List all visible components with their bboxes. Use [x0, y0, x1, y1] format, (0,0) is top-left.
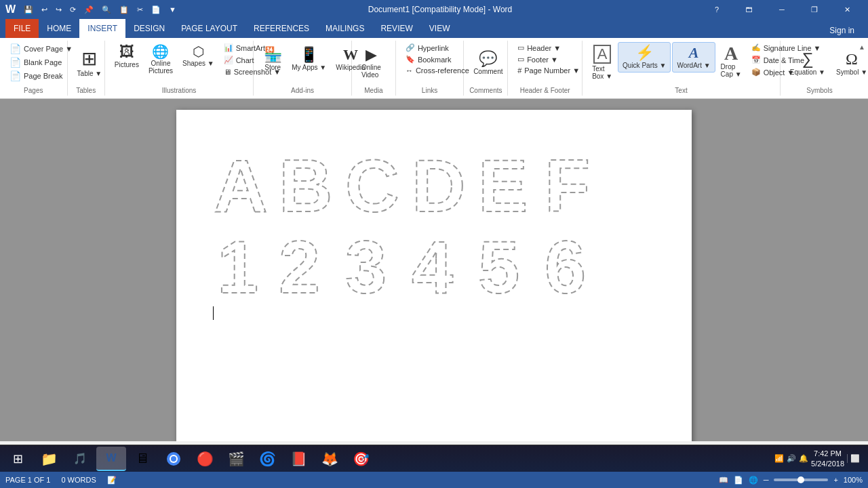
close-button[interactable]: ✕: [831, 0, 863, 19]
page-number-icon: #: [517, 66, 521, 75]
groove-btn[interactable]: 🎵: [65, 447, 95, 471]
app1-btn[interactable]: 🔴: [190, 447, 220, 471]
smartart-icon: 📊: [224, 43, 233, 52]
my-apps-btn[interactable]: 📱 My Apps ▼: [288, 45, 330, 74]
pictures-btn[interactable]: 🖼 Pictures: [111, 42, 143, 71]
zoom-in-btn[interactable]: +: [833, 476, 837, 484]
start-button[interactable]: ⊞: [3, 447, 33, 471]
tab-insert[interactable]: INSERT: [79, 19, 125, 38]
document-title: Document1 [Compatibility Mode] - Word: [179, 5, 701, 14]
drop-cap-icon: A: [724, 45, 738, 62]
qa-refresh[interactable]: ⟳: [67, 4, 79, 16]
ribbon-group-illustrations: 🖼 Pictures 🌐 OnlinePictures ⬡ Shapes ▼ 📊…: [105, 41, 254, 96]
cover-page-btn[interactable]: 📄 Cover Page ▼: [5, 42, 77, 56]
store-btn[interactable]: 🏪 Store: [259, 45, 286, 74]
table-btn[interactable]: ⊞ Table ▼: [73, 47, 106, 80]
tab-page-layout[interactable]: PAGE LAYOUT: [173, 19, 245, 38]
equation-btn[interactable]: ∑ Equation ▼: [786, 48, 829, 79]
page-break-btn[interactable]: 📄 Page Break: [5, 69, 66, 83]
ribbon-collapse[interactable]: ▲: [859, 41, 868, 96]
shapes-btn[interactable]: ⬡ Shapes ▼: [178, 42, 218, 70]
tab-file[interactable]: FILE: [5, 19, 39, 38]
show-desktop-btn[interactable]: ⬜: [847, 454, 860, 463]
zoom-out-btn[interactable]: ─: [764, 476, 769, 484]
blank-page-btn[interactable]: 📄 Blank Page: [5, 56, 66, 69]
qa-print-preview[interactable]: 🔍: [99, 4, 114, 16]
ribbon-group-addins: 🏪 Store 📱 My Apps ▼ W Wikipedia Add-ins: [254, 41, 352, 96]
textbox-icon: A: [593, 45, 612, 64]
text-cursor: [213, 306, 214, 320]
comment-btn[interactable]: 💬 Comment: [469, 49, 507, 78]
help-button[interactable]: ?: [701, 0, 732, 19]
footer-btn[interactable]: ▭ Footer ▼: [513, 54, 562, 65]
textbox-btn[interactable]: A TextBox ▼: [588, 42, 616, 83]
restore-button[interactable]: ❐: [799, 0, 830, 19]
firefox-btn[interactable]: 🌀: [252, 447, 282, 471]
svg-text:E: E: [478, 144, 528, 218]
tab-view[interactable]: VIEW: [421, 19, 458, 38]
header-btn[interactable]: ▭ Header ▼: [513, 42, 565, 54]
ribbon-toggle[interactable]: 🗔: [734, 0, 765, 19]
svg-text:F: F: [545, 144, 590, 218]
svg-text:1: 1: [217, 225, 258, 300]
file-explorer-btn[interactable]: 📁: [34, 447, 64, 471]
word-logo-icon: W: [5, 3, 16, 16]
word-btn[interactable]: W: [96, 447, 126, 471]
drop-cap-btn[interactable]: A DropCap ▼: [717, 42, 746, 81]
svg-text:C: C: [345, 144, 399, 218]
letter-D: D: [410, 144, 469, 218]
time-block[interactable]: 7:42 PM 5/24/2018: [811, 449, 844, 468]
tab-references[interactable]: REFERENCES: [245, 19, 317, 38]
view-print-btn[interactable]: 📄: [734, 476, 743, 485]
letter-A: A: [210, 144, 270, 218]
pictures-icon: 🖼: [119, 45, 134, 60]
cursor-area[interactable]: [210, 306, 658, 320]
zoom-slider[interactable]: [774, 479, 828, 481]
equation-icon: ∑: [802, 51, 813, 67]
qa-new[interactable]: 📄: [149, 4, 163, 16]
qa-dropdown[interactable]: ▼: [166, 4, 179, 15]
tab-home[interactable]: HOME: [39, 19, 79, 38]
video-btn[interactable]: 🎬: [221, 447, 251, 471]
header-icon: ▭: [517, 43, 524, 52]
svg-text:D: D: [412, 144, 465, 218]
qa-cut[interactable]: ✂: [134, 4, 146, 16]
ribbon-group-symbols: ∑ Equation ▼ Ω Symbol ▼ Symbols: [781, 41, 859, 96]
svg-text:2: 2: [279, 225, 320, 300]
qa-pin[interactable]: 📌: [81, 4, 96, 16]
volume-icon[interactable]: 🔊: [787, 454, 796, 463]
qa-undo[interactable]: ↩: [39, 4, 50, 16]
letter-E: E: [476, 144, 536, 218]
online-pictures-btn[interactable]: 🌐 OnlinePictures: [144, 42, 177, 77]
document-page[interactable]: A B C D E F 1 2: [176, 110, 692, 441]
firefox2-btn[interactable]: 🦊: [315, 447, 344, 471]
hyperlink-btn[interactable]: 🔗 Hyperlink: [401, 42, 453, 54]
tab-design[interactable]: DESIGN: [125, 19, 173, 38]
wordart-btn[interactable]: A WordArt ▼: [672, 42, 715, 73]
bookmark-btn[interactable]: 🔖 Bookmark: [401, 54, 456, 65]
chrome-btn[interactable]: [159, 447, 189, 471]
page-number-btn[interactable]: # Page Number ▼: [513, 65, 584, 76]
ribbon-group-text: A TextBox ▼ ⚡ Quick Parts ▼ A WordArt ▼ …: [583, 41, 781, 96]
sign-in[interactable]: Sign in: [821, 23, 863, 38]
target-btn[interactable]: 🎯: [346, 447, 376, 471]
online-video-btn[interactable]: ▶ OnlineVideo: [357, 45, 385, 81]
qa-redo[interactable]: ↪: [53, 4, 64, 16]
desktop-btn[interactable]: 🖥: [127, 447, 157, 471]
quick-parts-btn[interactable]: ⚡ Quick Parts ▼: [618, 42, 671, 73]
view-read-btn[interactable]: 📖: [719, 476, 728, 485]
cross-reference-btn[interactable]: ↔ Cross-reference: [401, 65, 473, 76]
screenshot-icon: 🖥: [224, 68, 231, 76]
qa-clipboard[interactable]: 📋: [117, 4, 132, 16]
notification-icon[interactable]: 🔔: [799, 454, 808, 463]
tables-group-label: Tables: [73, 84, 99, 94]
proofing-icon[interactable]: 📝: [107, 476, 117, 485]
network-icon[interactable]: 📶: [774, 454, 784, 463]
footer-icon: ▭: [517, 55, 524, 64]
view-web-btn[interactable]: 🌐: [749, 476, 758, 485]
pdf-btn[interactable]: 📕: [283, 447, 313, 471]
qa-save[interactable]: 💾: [21, 4, 36, 16]
minimize-button[interactable]: ─: [766, 0, 797, 19]
tab-review[interactable]: REVIEW: [372, 19, 420, 38]
tab-mailings[interactable]: MAILINGS: [317, 19, 372, 38]
